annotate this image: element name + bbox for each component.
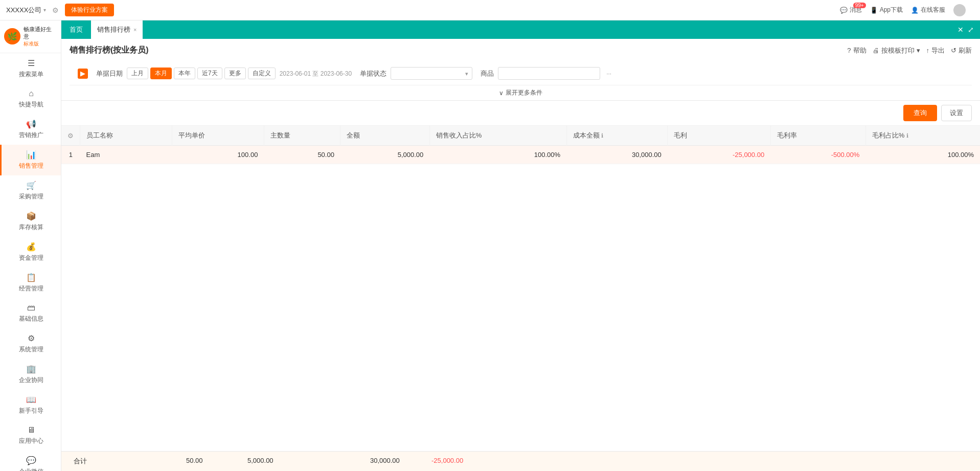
status-filter-group: 单据状态 — [360, 67, 472, 80]
sidebar-item-search-order[interactable]: ☰ 搜索菜单 — [0, 53, 61, 84]
help-icon: ? — [847, 47, 851, 54]
export-button[interactable]: ↑ 导出 — [926, 46, 945, 55]
this-month-button[interactable]: 本月 — [150, 68, 172, 79]
sidebar-item-wechat[interactable]: 💬 企业微信 — [0, 451, 61, 471]
logo-text: 畅康通好生意 — [24, 26, 57, 40]
sidebar-item-sales[interactable]: 📊 销售管理 — [0, 145, 61, 175]
sidebar-item-enterprise[interactable]: 🏢 企业协同 — [0, 359, 61, 390]
sidebar-item-label: 新手引导 — [19, 407, 43, 415]
print-label: 按模板打印 — [881, 46, 915, 55]
status-select[interactable] — [391, 67, 472, 80]
last-month-button[interactable]: 上月 — [127, 68, 148, 79]
date-range: 2023-06-01 至 2023-06-30 — [280, 70, 352, 78]
table-settings-col[interactable]: ⚙ — [61, 126, 80, 146]
operation-icon: 📋 — [26, 273, 36, 282]
content-area: 首页 销售排行榜 × ✕ ⤢ 销售排行榜(按业务员) ? 帮助 — [61, 20, 980, 471]
help-button[interactable]: ? 帮助 — [847, 46, 866, 55]
custom-date-button[interactable]: 自定义 — [248, 68, 276, 79]
last7-days-button[interactable]: 近7天 — [197, 68, 222, 79]
tab-label: 销售排行榜 — [97, 25, 130, 34]
footer-amount: 5,000.00 — [241, 457, 303, 466]
cell-gross-profit: -25,000.00 — [668, 146, 770, 164]
service-icon: 👤 — [911, 7, 919, 14]
cell-avg-price: 100.00 — [172, 146, 264, 164]
sidebar-item-label: 基础信息 — [19, 315, 43, 323]
goods-input[interactable] — [498, 67, 600, 80]
goods-more-icon[interactable]: ··· — [606, 70, 611, 77]
sidebar-item-basic-info[interactable]: 🗃 基础信息 — [0, 298, 61, 328]
cell-name: Eam — [80, 146, 172, 164]
query-button[interactable]: 查询 — [903, 105, 937, 121]
cell-cost-amount: 30,000.00 — [566, 146, 668, 164]
expand-bar: ∨ 展开更多条件 — [70, 85, 972, 100]
page-header: 销售排行榜(按业务员) ? 帮助 🖨 按模板打印 ▾ ↑ — [61, 39, 980, 101]
tab-home[interactable]: 首页 — [61, 20, 91, 39]
refresh-button[interactable]: ↺ 刷新 — [951, 46, 972, 55]
wechat-icon: 💬 — [26, 456, 36, 465]
sidebar-item-operation[interactable]: 📋 经营管理 — [0, 267, 61, 298]
app-icon: 📱 — [870, 7, 878, 14]
filter-expand-arrow[interactable]: ▶ — [78, 69, 88, 79]
chevron-down-icon: ▾ — [43, 7, 46, 13]
sidebar-item-label: 企业协同 — [19, 376, 43, 385]
app-label: App下载 — [880, 6, 903, 14]
basic-info-icon: 🗃 — [27, 303, 35, 312]
date-filter-group: 单据日期 上月 本月 本年 近7天 更多 自定义 2023-06-01 至 20… — [96, 68, 352, 79]
sales-icon: 📊 — [26, 150, 36, 160]
tab-close-icon[interactable]: × — [133, 27, 136, 33]
sidebar-item-label: 搜索菜单 — [19, 70, 43, 79]
cell-gross-margin: -500.00% — [770, 146, 865, 164]
tab-sales-ranking[interactable]: 销售排行榜 × — [91, 20, 143, 39]
filter-area: ▶ 单据日期 上月 本月 本年 近7天 更多 自定义 2023-06-01 至 … — [70, 62, 972, 85]
company-selector[interactable]: XXXXX公司 ▾ — [6, 6, 46, 15]
print-button[interactable]: 🖨 按模板打印 ▾ — [873, 46, 920, 55]
help-label: 帮助 — [853, 46, 867, 55]
sidebar-item-marketing[interactable]: 📢 营销推广 — [0, 114, 61, 145]
col-amount: 全额 — [340, 126, 429, 146]
sidebar-item-inventory[interactable]: 📦 库存核算 — [0, 206, 61, 237]
sidebar-item-system[interactable]: ⚙ 系统管理 — [0, 328, 61, 359]
logo-icon: 🌿 — [4, 28, 20, 44]
marketing-icon: 📢 — [26, 119, 36, 129]
col-name: 员工名称 — [80, 126, 172, 146]
sidebar-item-label: 系统管理 — [19, 345, 43, 354]
col-gross-profit: 毛利 — [668, 126, 770, 146]
col-cost-amount: 成本全额 ℹ — [566, 126, 668, 146]
search-order-icon: ☰ — [28, 58, 35, 68]
service-label: 在线客服 — [921, 6, 945, 14]
company-name: XXXXX公司 — [6, 6, 41, 15]
trial-button[interactable]: 体验行业方案 — [65, 4, 114, 16]
message-button[interactable]: 💬 消息 99+ — [840, 6, 862, 14]
message-icon: 💬 — [840, 7, 848, 14]
more-date-button[interactable]: 更多 — [224, 68, 246, 79]
expand-icon: ∨ — [499, 89, 504, 97]
footer-cost-amount: 30,000.00 — [364, 457, 425, 466]
sidebar-item-appstore[interactable]: 🖥 应用中心 — [0, 420, 61, 451]
expand-button[interactable]: ∨ 展开更多条件 — [499, 88, 542, 97]
date-buttons: 上月 本月 本年 近7天 更多 自定义 — [127, 68, 276, 79]
window-close-icon[interactable]: ✕ — [958, 26, 964, 34]
footer-qty: 50.00 — [180, 457, 241, 466]
settings-button[interactable]: 设置 — [941, 105, 972, 121]
cost-amount-info-icon[interactable]: ℹ — [601, 132, 603, 139]
guide-icon: 📖 — [26, 395, 36, 405]
page-title-row: 销售排行榜(按业务员) ? 帮助 🖨 按模板打印 ▾ ↑ — [70, 45, 972, 56]
avatar[interactable] — [953, 4, 966, 16]
sidebar-item-finance[interactable]: 💰 资金管理 — [0, 237, 61, 267]
sidebar-item-guide[interactable]: 📖 新手引导 — [0, 390, 61, 420]
col-gross-margin: 毛利率 — [770, 126, 865, 146]
sidebar-item-quick-nav[interactable]: ⌂ 快捷导航 — [0, 84, 61, 114]
sales-table: ⚙ 员工名称 平均单价 主数量 全额 销售收入占比% 成本全额 ℹ 毛利 毛利率 — [61, 126, 980, 164]
app-download-button[interactable]: 📱 App下载 — [870, 6, 903, 14]
settings-icon[interactable]: ⚙ — [52, 6, 59, 14]
gross-pct-info-icon[interactable]: ℹ — [906, 132, 908, 139]
sidebar: 🌿 畅康通好生意 标准版 ☰ 搜索菜单 ⌂ 快捷导航 📢 营销推广 📊 销售管理… — [0, 20, 61, 471]
cell-amount: 5,000.00 — [340, 146, 429, 164]
sidebar-item-purchase[interactable]: 🛒 采购管理 — [0, 175, 61, 206]
sidebar-item-label: 经营管理 — [19, 284, 43, 293]
this-year-button[interactable]: 本年 — [174, 68, 195, 79]
finance-icon: 💰 — [26, 242, 36, 252]
online-service-button[interactable]: 👤 在线客服 — [911, 6, 945, 14]
footer-sales-pct — [303, 457, 364, 466]
window-maximize-icon[interactable]: ⤢ — [968, 26, 974, 34]
